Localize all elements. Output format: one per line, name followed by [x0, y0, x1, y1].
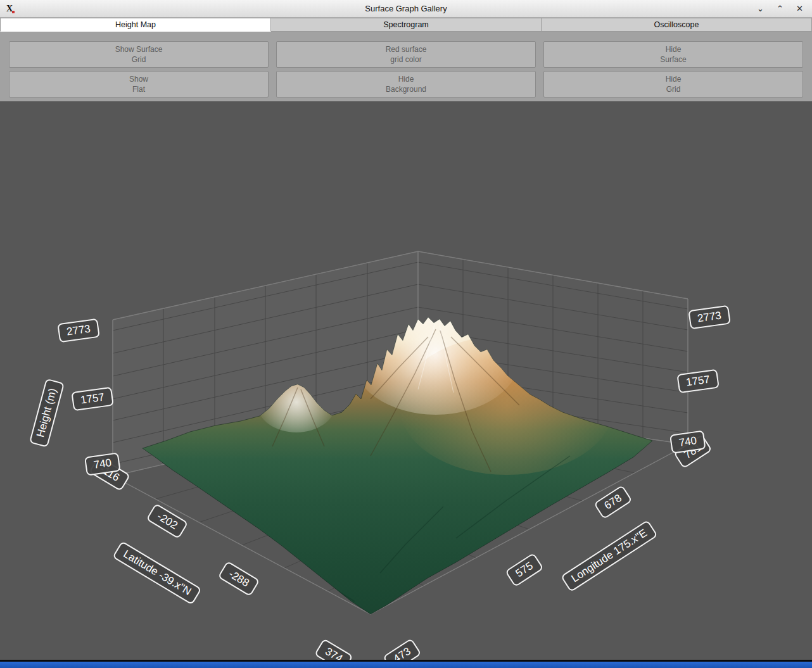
taskbar-sliver	[0, 660, 812, 668]
button-label: Show Surface	[115, 44, 163, 54]
button-label: Background	[386, 84, 426, 94]
hide-background-button[interactable]: Hide Background	[276, 71, 536, 98]
window-title: Surface Graph Gallery	[0, 4, 812, 13]
button-label: Grid	[132, 54, 146, 65]
tab-height-map[interactable]: Height Map	[0, 18, 271, 32]
control-button-panel: Show Surface Grid Red surface grid color…	[0, 32, 812, 101]
button-label: grid color	[390, 54, 421, 65]
show-surface-grid-button[interactable]: Show Surface Grid	[9, 41, 269, 68]
red-surface-grid-color-button[interactable]: Red surface grid color	[276, 41, 536, 68]
button-label: Surface	[660, 54, 686, 65]
hide-surface-button[interactable]: Hide Surface	[543, 41, 803, 68]
button-label: Hide	[398, 74, 414, 84]
hide-grid-button[interactable]: Hide Grid	[543, 71, 803, 98]
window-controls: ⌄ ⌃ ✕	[756, 4, 812, 13]
button-label: Show	[129, 74, 148, 84]
minimize-button[interactable]: ⌄	[756, 4, 765, 13]
close-button[interactable]: ✕	[795, 4, 804, 13]
tab-bar: Height Map Spectrogram Oscilloscope	[0, 18, 812, 32]
tab-oscilloscope[interactable]: Oscilloscope	[542, 18, 812, 32]
tab-spectrogram[interactable]: Spectrogram	[271, 18, 542, 32]
app-icon: X	[4, 4, 15, 14]
button-label: Flat	[132, 84, 145, 94]
app-window: X Surface Graph Gallery ⌄ ⌃ ✕ Height Map…	[0, 0, 812, 668]
titlebar: X Surface Graph Gallery ⌄ ⌃ ✕	[0, 0, 812, 18]
button-label: Hide	[666, 74, 682, 84]
surface-plot-area: Height (m) 2773 1757 -116 740 2773 1757 …	[0, 101, 812, 660]
show-flat-button[interactable]: Show Flat	[9, 71, 269, 98]
button-label: Hide	[666, 44, 682, 54]
button-label: Grid	[666, 84, 681, 94]
maximize-button[interactable]: ⌃	[775, 4, 785, 13]
button-label: Red surface	[386, 44, 427, 54]
